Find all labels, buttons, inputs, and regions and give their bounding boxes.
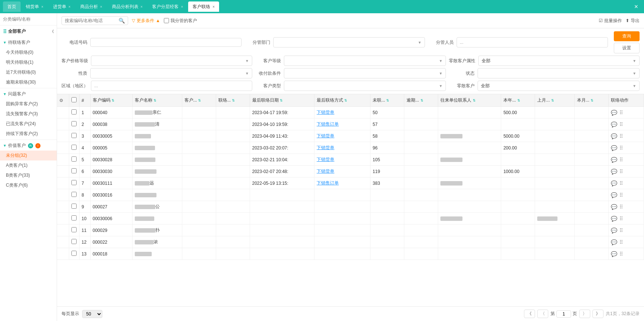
tab-home[interactable]: 首页: [3, 1, 21, 12]
sidebar-item-today[interactable]: 今天待联络(0): [0, 47, 57, 57]
chat-icon[interactable]: 💬: [611, 110, 617, 116]
contact-method-link[interactable]: 下销货单: [317, 157, 334, 162]
th-customer-type[interactable]: 客户... ⇅: [182, 94, 216, 107]
chat-icon[interactable]: 💬: [611, 133, 617, 139]
row-checkbox-6[interactable]: [71, 168, 77, 173]
tab-sales[interactable]: 销货单 ×: [21, 1, 48, 12]
td-last-contact-method[interactable]: 下销货单: [314, 130, 370, 142]
nav-close-all[interactable]: ×: [631, 3, 641, 11]
export-button[interactable]: ⬆ 导出: [626, 18, 640, 24]
sidebar-item-ungrouped[interactable]: 未分组(32): [0, 151, 57, 160]
more-actions-icon[interactable]: ⠿: [619, 251, 623, 257]
chat-icon[interactable]: 💬: [611, 180, 617, 186]
td-last-contact-method[interactable]: 下销货单: [314, 142, 370, 154]
th-settings[interactable]: ⚙: [57, 94, 69, 107]
tab-product-analysis-list-close[interactable]: ×: [141, 5, 143, 9]
row-checkbox-7[interactable]: [71, 180, 77, 185]
select-all-checkbox[interactable]: [71, 97, 77, 102]
tab-purchase[interactable]: 进货单 ×: [49, 1, 75, 12]
filter-retail-customer-select[interactable]: 全部 ▼: [478, 81, 640, 91]
th-contact[interactable]: 联络... ⇅: [216, 94, 250, 107]
per-page-select[interactable]: 50 100 200: [82, 310, 102, 318]
chat-icon[interactable]: 💬: [611, 216, 617, 222]
sidebar-item-class-b[interactable]: B类客户(33): [0, 170, 57, 180]
batch-operation-button[interactable]: ☑ 批量操作: [599, 18, 622, 24]
th-overdue[interactable]: 逾期... ⇅: [404, 94, 438, 107]
contact-method-link[interactable]: 下销售订单: [317, 121, 339, 127]
chat-icon[interactable]: 💬: [611, 227, 617, 233]
sidebar-item-abnormal[interactable]: 固购异常客户(2): [0, 99, 57, 109]
sidebar-item-overdue[interactable]: 逾期未联络(30): [0, 77, 57, 87]
row-checkbox-9[interactable]: [71, 204, 77, 209]
filter-phone-input[interactable]: [90, 38, 242, 47]
more-actions-icon[interactable]: ⠿: [619, 133, 623, 139]
filter-customer-level-select[interactable]: ▼: [284, 56, 446, 66]
filter-price-select[interactable]: ▼: [91, 56, 252, 66]
contact-method-link[interactable]: 下销货单: [317, 110, 334, 115]
prev-page-button[interactable]: 〈: [537, 310, 548, 318]
contact-method-link[interactable]: 下销货单: [317, 133, 334, 138]
row-checkbox-2[interactable]: [71, 121, 77, 126]
filter-search-icon[interactable]: 🔍: [119, 18, 125, 24]
chat-icon[interactable]: 💬: [611, 145, 617, 151]
row-checkbox-10[interactable]: [71, 215, 77, 221]
th-this-month[interactable]: 本月... ⇅: [574, 94, 608, 107]
tab-product-analysis-close[interactable]: ×: [100, 5, 102, 9]
filter-person-select[interactable]: ...: [457, 37, 608, 47]
reset-button[interactable]: 设置: [614, 43, 640, 53]
row-checkbox-5[interactable]: [71, 156, 77, 162]
more-actions-icon[interactable]: ⠿: [619, 216, 623, 222]
sidebar-search-input[interactable]: [3, 17, 57, 22]
chat-icon[interactable]: 💬: [611, 239, 617, 245]
chat-icon[interactable]: 💬: [611, 204, 617, 210]
sidebar-collapse-icon[interactable]: 《: [50, 29, 54, 34]
more-actions-icon[interactable]: ⠿: [619, 180, 623, 186]
tab-customer-tier[interactable]: 客户分层经客 ×: [148, 1, 187, 12]
row-checkbox-12[interactable]: [71, 239, 77, 244]
th-this-year[interactable]: 本年... ⇅: [501, 94, 535, 107]
filter-more-conditions[interactable]: ▽ 更多条件 ▲: [132, 18, 160, 24]
tab-product-analysis-list[interactable]: 商品分析列表 ×: [108, 1, 147, 12]
sidebar-item-churn-warning[interactable]: 流失预警客户(3): [0, 109, 57, 119]
td-last-contact-method[interactable]: 下销货单: [314, 107, 370, 119]
more-actions-icon[interactable]: ⠿: [619, 110, 623, 116]
tab-sales-close[interactable]: ×: [41, 5, 43, 9]
more-actions-icon[interactable]: ⠿: [619, 169, 623, 174]
chat-icon[interactable]: 💬: [611, 192, 617, 198]
tab-product-analysis[interactable]: 商品分析 ×: [76, 1, 107, 12]
tab-purchase-close[interactable]: ×: [68, 5, 71, 9]
settings-icon[interactable]: ⚙: [59, 98, 63, 103]
filter-retail-attr-select[interactable]: 全部 ▼: [478, 56, 640, 66]
tab-customer-contact[interactable]: 客户联络 ×: [188, 1, 219, 12]
td-last-contact-method[interactable]: 下销货单: [314, 154, 370, 166]
th-last-contact-method[interactable]: 最后联络方式 ⇅: [314, 94, 370, 107]
sidebar-item-churned[interactable]: 已流失客户(24): [0, 119, 57, 129]
query-button[interactable]: 查询: [614, 31, 640, 41]
more-actions-icon[interactable]: ⠿: [619, 192, 623, 198]
contact-method-link[interactable]: 下销货单: [317, 169, 334, 174]
th-name[interactable]: 客户名称 ⇅: [132, 94, 182, 107]
filter-my-customer-checkbox[interactable]: [164, 18, 169, 23]
th-code[interactable]: 客户编码 ⇅: [90, 94, 132, 107]
contact-method-link[interactable]: 下销售订单: [317, 180, 339, 186]
row-checkbox-4[interactable]: [71, 145, 77, 150]
th-last-month[interactable]: 上月... ⇅: [535, 94, 574, 107]
row-checkbox-8[interactable]: [71, 192, 77, 197]
more-actions-icon[interactable]: ⠿: [619, 157, 623, 163]
filter-payment-select[interactable]: ▼: [284, 68, 446, 78]
filter-status-select[interactable]: ▼: [478, 68, 640, 78]
chat-icon[interactable]: 💬: [611, 157, 617, 163]
td-last-contact-method[interactable]: 下销售订单: [314, 177, 370, 189]
sidebar-item-declining[interactable]: 持续下滑客户(2): [0, 129, 57, 139]
filter-region-select[interactable]: ...: [91, 81, 252, 91]
chat-icon[interactable]: 💬: [611, 251, 617, 257]
row-checkbox-3[interactable]: [71, 133, 77, 138]
more-actions-icon[interactable]: ⠿: [619, 121, 623, 127]
next-page-button[interactable]: 〉: [579, 310, 590, 318]
sidebar-item-class-a[interactable]: A类客户(1): [0, 160, 57, 170]
filter-nature-select[interactable]: ▼: [90, 68, 252, 78]
td-last-contact-method[interactable]: 下销售订单: [314, 119, 370, 130]
sidebar-item-tomorrow[interactable]: 明天待联络(1): [0, 57, 57, 67]
th-no-contact-days[interactable]: 未联... ⇅: [370, 94, 404, 107]
chat-icon[interactable]: 💬: [611, 169, 617, 174]
